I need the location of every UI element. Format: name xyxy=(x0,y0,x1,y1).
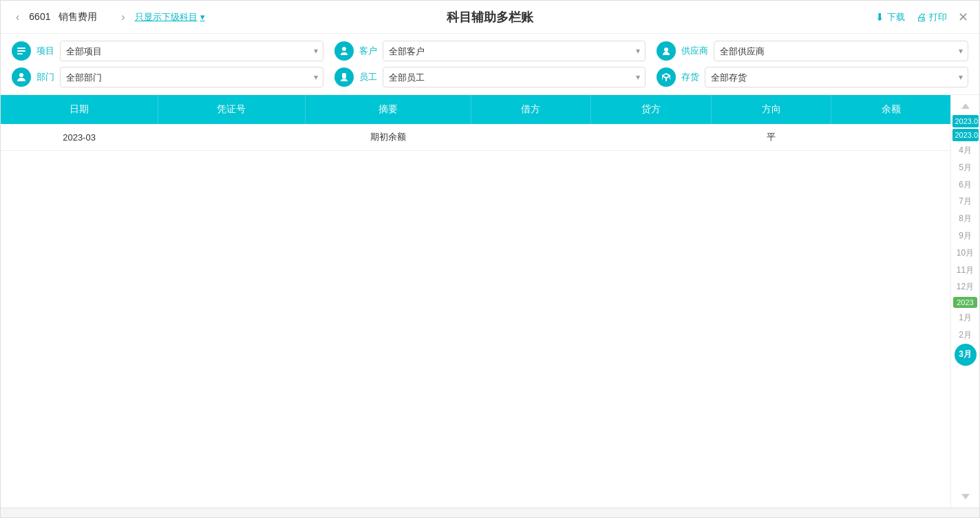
print-button[interactable]: 🖨 打印 xyxy=(916,11,947,23)
employee-select-wrap: 全部员工 xyxy=(383,67,646,87)
main-window: ‹ 6601 销售费用 › 只显示下级科目 ▾ 科目辅助多栏账 ⬇ 下载 🖨 打… xyxy=(0,0,980,518)
sidebar-month-11[interactable]: 11月 xyxy=(952,262,979,279)
close-button[interactable]: ✕ xyxy=(958,10,968,25)
col-date: 日期 xyxy=(1,95,158,124)
filter-item-employee: 员工 全部员工 xyxy=(334,67,646,87)
department-label: 部门 xyxy=(36,71,54,83)
cell-voucher xyxy=(158,124,306,151)
filter-item-project: 项目 全部项目 xyxy=(12,41,323,61)
sidebar-range-start[interactable]: 2023.03 xyxy=(952,115,979,127)
col-voucher: 凭证号 xyxy=(158,95,306,124)
supplier-icon xyxy=(657,41,676,61)
scrollbar-track[interactable] xyxy=(1,508,979,517)
filter-bar: 项目 全部项目 客户 全部客户 xyxy=(1,34,979,95)
project-select[interactable]: 全部项目 xyxy=(60,41,323,61)
sidebar-month-5[interactable]: 5月 xyxy=(952,159,979,176)
cell-summary: 期初余额 xyxy=(306,124,471,151)
cell-direction: 平 xyxy=(711,124,831,151)
sidebar-year-2023[interactable]: 2023 xyxy=(953,297,977,308)
project-select-wrap: 全部项目 xyxy=(60,41,323,61)
table-area: 日期 凭证号 摘要 借方 贷方 方向 余额 2023-03期初余额平 xyxy=(1,95,950,508)
nav-prev-button[interactable]: ‹ xyxy=(12,10,23,25)
account-name: 销售费用 xyxy=(58,11,97,22)
scrollbar-container xyxy=(1,508,979,517)
customer-label: 客户 xyxy=(359,45,377,57)
filter-row-2: 部门 全部部门 员工 全部员工 xyxy=(12,67,968,87)
department-select[interactable]: 全部部门 xyxy=(60,67,323,87)
page-title: 科目辅助多栏账 xyxy=(447,9,533,25)
sidebar-month-3-active[interactable]: 3月 xyxy=(955,344,977,366)
sidebar-month-2[interactable]: 2月 xyxy=(952,327,979,344)
account-label: 6601 销售费用 xyxy=(29,11,111,23)
sidebar-month-12[interactable]: 12月 xyxy=(952,278,979,296)
svg-point-3 xyxy=(664,48,668,52)
svg-rect-2 xyxy=(17,53,23,54)
print-icon: 🖨 xyxy=(916,11,926,23)
col-credit: 贷方 xyxy=(591,95,712,124)
sidebar-month-1[interactable]: 1月 xyxy=(952,309,979,327)
filter-dropdown-label: 只显示下级科目 xyxy=(135,11,198,23)
sidebar-month-7[interactable]: 7月 xyxy=(952,193,979,210)
inventory-icon xyxy=(657,68,676,87)
nav-next-button[interactable]: › xyxy=(117,10,129,25)
filter-dropdown-button[interactable]: 只显示下级科目 ▾ xyxy=(135,11,205,23)
title-bar: ‹ 6601 销售费用 › 只显示下级科目 ▾ 科目辅助多栏账 ⬇ 下载 🖨 打… xyxy=(1,1,979,34)
customer-select[interactable]: 全部客户 xyxy=(383,41,646,61)
account-code: 6601 xyxy=(29,11,50,22)
supplier-label: 供应商 xyxy=(681,45,708,57)
col-direction: 方向 xyxy=(711,95,831,124)
sidebar-month-9[interactable]: 9月 xyxy=(952,227,979,245)
svg-point-4 xyxy=(19,73,23,77)
col-balance: 余额 xyxy=(831,95,950,124)
sidebar-month-4[interactable]: 4月 xyxy=(952,142,979,159)
supplier-select-wrap: 全部供应商 xyxy=(714,41,968,61)
sidebar-month-8[interactable]: 8月 xyxy=(952,210,979,227)
inventory-label: 存货 xyxy=(681,71,699,83)
svg-rect-0 xyxy=(17,48,25,49)
main-content: 日期 凭证号 摘要 借方 贷方 方向 余额 2023-03期初余额平 xyxy=(1,95,979,508)
supplier-select[interactable]: 全部供应商 xyxy=(714,41,968,61)
customer-icon xyxy=(334,41,354,61)
sidebar-up-button[interactable] xyxy=(953,98,978,114)
cell-balance xyxy=(831,124,950,151)
download-label: 下载 xyxy=(887,11,905,23)
right-sidebar: 2023.03 2023.03 4月 5月 6月 7月 8月 9月 10月 11… xyxy=(950,95,979,508)
cell-debit xyxy=(471,124,591,151)
sidebar-month-10[interactable]: 10月 xyxy=(952,245,979,262)
svg-rect-5 xyxy=(342,73,346,79)
svg-rect-1 xyxy=(17,50,25,52)
employee-icon xyxy=(334,68,354,87)
table-header: 日期 凭证号 摘要 借方 贷方 方向 余额 xyxy=(1,95,950,124)
data-table: 日期 凭证号 摘要 借方 贷方 方向 余额 2023-03期初余额平 xyxy=(1,95,950,151)
customer-select-wrap: 全部客户 xyxy=(383,41,646,61)
project-icon xyxy=(12,41,31,61)
sidebar-range-end[interactable]: 2023.03 xyxy=(952,129,979,141)
employee-select[interactable]: 全部员工 xyxy=(383,67,646,87)
inventory-select[interactable]: 全部存货 xyxy=(705,67,968,87)
title-right: ⬇ 下载 🖨 打印 ✕ xyxy=(875,10,968,25)
cell-credit xyxy=(591,124,712,151)
filter-item-inventory: 存货 全部存货 xyxy=(657,67,968,87)
inventory-select-wrap: 全部存货 xyxy=(705,67,968,87)
title-left: ‹ 6601 销售费用 › 只显示下级科目 ▾ xyxy=(12,10,205,25)
cell-date: 2023-03 xyxy=(1,124,158,151)
filter-item-customer: 客户 全部客户 xyxy=(334,41,646,61)
filter-item-supplier: 供应商 全部供应商 xyxy=(657,41,968,61)
department-icon xyxy=(12,68,31,87)
col-debit: 借方 xyxy=(471,95,591,124)
employee-label: 员工 xyxy=(359,71,377,83)
print-label: 打印 xyxy=(929,11,947,23)
filter-item-department: 部门 全部部门 xyxy=(12,67,323,87)
table-row: 2023-03期初余额平 xyxy=(1,124,950,151)
download-button[interactable]: ⬇ 下载 xyxy=(875,11,905,23)
sidebar-month-6[interactable]: 6月 xyxy=(952,176,979,194)
download-icon: ⬇ xyxy=(875,11,884,23)
filter-row-1: 项目 全部项目 客户 全部客户 xyxy=(12,41,968,61)
table-body: 2023-03期初余额平 xyxy=(1,124,950,151)
filter-dropdown-icon: ▾ xyxy=(200,12,205,22)
col-summary: 摘要 xyxy=(306,95,471,124)
department-select-wrap: 全部部门 xyxy=(60,67,323,87)
project-label: 项目 xyxy=(36,45,54,57)
sidebar-down-button[interactable] xyxy=(953,488,978,505)
